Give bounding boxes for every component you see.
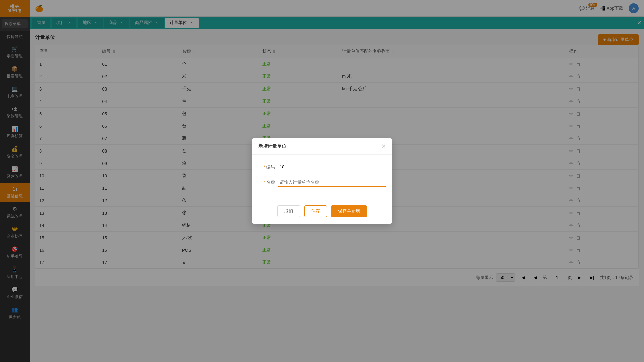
add-unit-modal: 新增计量单位 ✕ * 编码 * 名称 取消 保存 保存并新增 <box>252 138 392 224</box>
name-field-row: * 名称 <box>258 178 386 187</box>
code-field-row: * 编码 <box>258 163 386 171</box>
modal-title: 新增计量单位 <box>258 143 286 149</box>
name-input[interactable] <box>278 178 386 187</box>
code-required-star: * <box>263 164 265 169</box>
save-and-new-button[interactable]: 保存并新增 <box>331 205 367 217</box>
code-label: * 编码 <box>258 164 278 170</box>
code-input[interactable] <box>278 163 386 171</box>
cancel-button[interactable]: 取消 <box>277 205 300 217</box>
modal-body: * 编码 * 名称 <box>252 155 392 201</box>
modal-header: 新增计量单位 ✕ <box>252 138 392 155</box>
modal-close-button[interactable]: ✕ <box>381 143 386 149</box>
save-button[interactable]: 保存 <box>304 205 327 217</box>
name-label: * 名称 <box>258 179 278 185</box>
modal-footer: 取消 保存 保存并新增 <box>252 201 392 224</box>
name-required-star: * <box>263 180 265 185</box>
modal-overlay: 新增计量单位 ✕ * 编码 * 名称 取消 保存 保存并新增 <box>0 0 644 362</box>
